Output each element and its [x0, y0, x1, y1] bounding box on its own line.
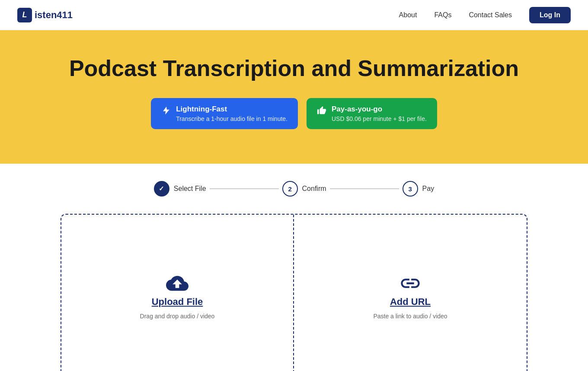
badge-pay-text: Pay-as-you-go USD $0.06 per minute + $1 … — [332, 105, 427, 122]
step-3-label: Pay — [422, 185, 435, 193]
nav-about[interactable]: About — [399, 11, 417, 19]
main-content: ✓ Select File 2 Confirm 3 Pay Upload Fil… — [35, 164, 553, 371]
badge-pay: Pay-as-you-go USD $0.06 per minute + $1 … — [307, 98, 437, 129]
step-confirm: 2 Confirm — [282, 181, 326, 197]
link-icon — [399, 272, 422, 296]
step-2-circle: 2 — [282, 181, 298, 197]
login-button[interactable]: Log In — [529, 7, 571, 23]
nav-faqs[interactable]: FAQs — [434, 11, 451, 19]
step-1-circle: ✓ — [154, 181, 169, 197]
upload-file-panel[interactable]: Upload File Drag and drop audio / video — [61, 215, 294, 371]
upload-grid: Upload File Drag and drop audio / video … — [61, 214, 527, 371]
logo-text: isten411 — [35, 10, 73, 21]
step-2-label: Confirm — [302, 185, 326, 193]
step-select-file: ✓ Select File — [154, 181, 206, 197]
step-3-circle: 3 — [403, 181, 418, 197]
hero-section: Podcast Transcription and Summarization … — [0, 30, 588, 164]
step-line-2 — [330, 188, 399, 189]
nav-links: About FAQs Contact Sales Log In — [399, 7, 571, 23]
add-url-sub: Paste a link to audio / video — [373, 313, 447, 320]
add-url-panel[interactable]: Add URL Paste a link to audio / video — [294, 215, 527, 371]
step-pay: 3 Pay — [403, 181, 435, 197]
stepper: ✓ Select File 2 Confirm 3 Pay — [61, 181, 527, 197]
upload-file-sub: Drag and drop audio / video — [140, 313, 215, 320]
navbar: L isten411 About FAQs Contact Sales Log … — [0, 0, 588, 30]
logo-icon: L — [17, 8, 32, 22]
nav-contact-sales[interactable]: Contact Sales — [469, 11, 512, 19]
step-1-label: Select File — [174, 185, 206, 193]
badge-fast: Lightning-Fast Transcribe a 1-hour audio… — [151, 98, 298, 129]
feature-badges: Lightning-Fast Transcribe a 1-hour audio… — [17, 98, 571, 129]
hero-title: Podcast Transcription and Summarization — [17, 56, 571, 81]
cloud-upload-icon — [166, 272, 189, 296]
step-line-1 — [210, 188, 279, 189]
add-url-title: Add URL — [390, 296, 431, 308]
logo[interactable]: L isten411 — [17, 8, 73, 22]
upload-file-title: Upload File — [152, 296, 203, 308]
lightning-icon — [161, 106, 171, 117]
thumbsup-icon — [317, 106, 326, 117]
badge-fast-text: Lightning-Fast Transcribe a 1-hour audio… — [176, 105, 288, 122]
